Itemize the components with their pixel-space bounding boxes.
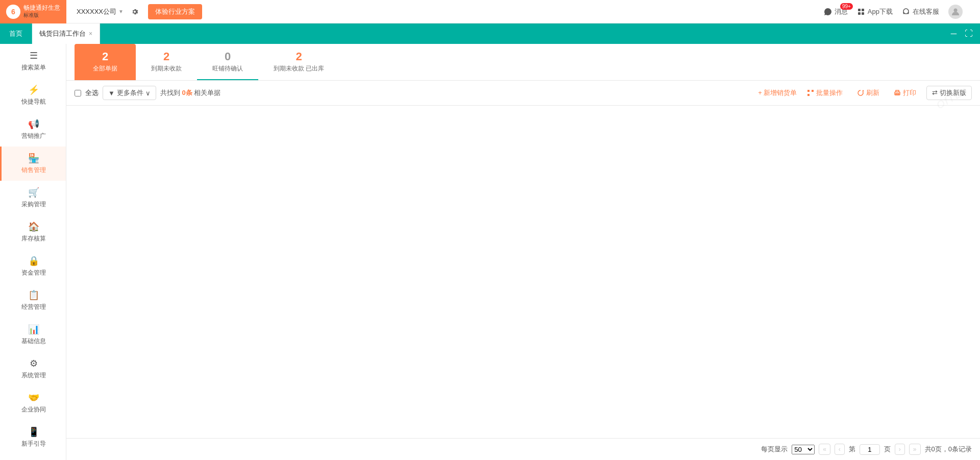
- sidebar-label-finance: 资金管理: [21, 269, 46, 277]
- summary-tab-1[interactable]: 2到期未收款: [136, 44, 197, 80]
- logo-name: 畅捷通好生意: [23, 4, 60, 12]
- message-badge: 99+: [840, 3, 853, 10]
- settings-button[interactable]: [128, 5, 142, 19]
- summary-tab-3[interactable]: 2到期未收款 已出库: [258, 44, 339, 80]
- print-label: 打印: [903, 88, 916, 98]
- svg-point-5: [954, 8, 958, 12]
- tab-minimize-button[interactable]: ─: [949, 27, 959, 40]
- svg-rect-8: [812, 90, 814, 92]
- tab-label-2: 旺铺待确认: [212, 64, 243, 73]
- sidebar-item-base-info[interactable]: 📊基础信息: [0, 318, 66, 352]
- tab-label-1: 到期未收款: [151, 64, 182, 73]
- sidebar-item-sales[interactable]: 🏪销售管理: [0, 147, 66, 181]
- next-page-button[interactable]: ›: [895, 444, 905, 455]
- sidebar-item-marketing[interactable]: 📢营销推广: [0, 112, 66, 147]
- tab-count-2: 0: [225, 50, 231, 63]
- message-button[interactable]: 消息 99+: [824, 7, 848, 16]
- svg-rect-2: [858, 12, 861, 15]
- svg-rect-11: [896, 93, 899, 94]
- total-info: 共0页，0条记录: [925, 445, 972, 454]
- page-number-input[interactable]: [860, 444, 880, 455]
- svg-point-4: [903, 9, 909, 14]
- per-page-select[interactable]: 50 20 100: [792, 445, 815, 454]
- svg-rect-1: [862, 9, 864, 11]
- sidebar-label-quick-nav: 快捷导航: [21, 98, 46, 106]
- last-page-button[interactable]: »: [909, 444, 921, 455]
- sidebar-item-guide[interactable]: 📱新手引导: [0, 420, 66, 454]
- sidebar-icon-system: ⚙: [30, 358, 38, 369]
- print-icon: [894, 89, 901, 96]
- sidebar-label-operation: 经营管理: [21, 303, 46, 311]
- app-download-label: App下载: [868, 7, 893, 16]
- sidebar-icon-marketing: 📢: [28, 118, 39, 130]
- company-arrow: ▼: [118, 9, 124, 14]
- message-icon: [824, 8, 832, 16]
- tab-count-1: 2: [163, 50, 169, 63]
- tabbar-actions: ─ ⛶: [949, 23, 980, 44]
- select-all-checkbox[interactable]: [75, 90, 81, 96]
- sidebar-icon-finance: 🔒: [28, 255, 39, 267]
- sidebar-icon-guide: 📱: [28, 426, 39, 438]
- print-button[interactable]: 打印: [890, 86, 920, 100]
- prev-page-button[interactable]: ‹: [835, 444, 845, 455]
- tab-count-3: 2: [296, 50, 302, 63]
- sidebar-label-guide: 新手引导: [21, 440, 46, 448]
- app-download-icon: [857, 8, 865, 16]
- headset-icon: [902, 8, 910, 16]
- svg-marker-9: [862, 90, 864, 91]
- sidebar-item-inventory[interactable]: 🏠库存核算: [0, 215, 66, 249]
- sidebar-item-system[interactable]: ⚙系统管理: [0, 352, 66, 386]
- main-content: 2全部单据2到期未收款0旺铺待确认2到期未收款 已出库 全选 ▼ 更多条件 ∨ …: [66, 44, 980, 460]
- sidebar-item-quick-nav[interactable]: ⚡快捷导航: [0, 78, 66, 112]
- sidebar-icon-purchase: 🛒: [28, 187, 39, 198]
- sidebar-label-inventory: 库存核算: [21, 234, 46, 243]
- svg-rect-7: [807, 94, 810, 96]
- tab-maximize-button[interactable]: ⛶: [963, 27, 975, 40]
- sidebar-label-marketing: 营销推广: [21, 132, 46, 140]
- sidebar: ☰搜索菜单⚡快捷导航📢营销推广🏪销售管理🛒采购管理🏠库存核算🔒资金管理📋经营管理…: [0, 44, 66, 460]
- trial-button[interactable]: 体验行业方案: [148, 4, 202, 19]
- tab-home[interactable]: 首页: [0, 23, 32, 44]
- sidebar-item-operation[interactable]: 📋经营管理: [0, 283, 66, 318]
- tabbar: 首页 钱货日清工作台 × ─ ⛶: [0, 23, 980, 44]
- gear-icon: [131, 8, 139, 16]
- sidebar-item-purchase[interactable]: 🛒采购管理: [0, 181, 66, 215]
- svg-rect-0: [858, 9, 861, 11]
- summary-tab-2[interactable]: 0旺铺待确认: [197, 44, 258, 80]
- app-download-button[interactable]: App下载: [857, 7, 893, 16]
- filter-label: 更多条件: [117, 88, 143, 98]
- logo-sub: 标准版: [23, 12, 60, 19]
- first-page-button[interactable]: «: [819, 444, 830, 455]
- tab-active-workbench[interactable]: 钱货日清工作台 ×: [32, 23, 100, 44]
- tab-count-0: 2: [102, 50, 108, 63]
- tab-label: 钱货日清工作台: [39, 29, 86, 38]
- company-selector[interactable]: XXXXXX公司 ▼: [77, 7, 124, 16]
- avatar[interactable]: [948, 5, 963, 19]
- switch-icon: ⇄: [932, 89, 938, 96]
- sidebar-item-search-menu[interactable]: ☰搜索菜单: [0, 44, 66, 78]
- summary-tab-0[interactable]: 2全部单据: [75, 44, 136, 80]
- found-suffix: 相关单据: [194, 89, 220, 96]
- sidebar-item-enterprise[interactable]: 🤝企业协同: [0, 386, 66, 420]
- layout: ☰搜索菜单⚡快捷导航📢营销推广🏪销售管理🛒采购管理🏠库存核算🔒资金管理📋经营管理…: [0, 44, 980, 460]
- online-service-button[interactable]: 在线客服: [902, 7, 939, 16]
- sidebar-item-app-center[interactable]: 🎁应用中心: [0, 454, 66, 460]
- switch-version-button[interactable]: ⇄ 切换新版: [926, 86, 972, 100]
- logo-area: 6 畅捷通好生意 标准版: [0, 0, 66, 23]
- toolbar-left: 全选 ▼ 更多条件 ∨ 共找到 0条 相关单据: [75, 86, 752, 100]
- more-filters-button[interactable]: ▼ 更多条件 ∨: [103, 86, 156, 100]
- logo-icon: 6: [6, 5, 20, 19]
- online-service-label: 在线客服: [913, 7, 939, 16]
- refresh-button[interactable]: 刷新: [853, 86, 884, 100]
- summary-tabs: 2全部单据2到期未收款0旺铺待确认2到期未收款 已出库: [66, 44, 980, 81]
- company-name: XXXXXX公司: [77, 7, 116, 16]
- svg-rect-3: [862, 12, 864, 15]
- sidebar-icon-base-info: 📊: [28, 324, 39, 335]
- sidebar-item-finance[interactable]: 🔒资金管理: [0, 249, 66, 283]
- svg-rect-6: [807, 90, 810, 92]
- tab-close-icon[interactable]: ×: [89, 30, 92, 37]
- add-sales-button[interactable]: + 新增销货单: [758, 88, 797, 98]
- sidebar-icon-sales: 🏪: [28, 153, 39, 164]
- batch-operation-button[interactable]: 批量操作: [803, 86, 847, 100]
- tab-label-3: 到期未收款 已出库: [274, 64, 324, 73]
